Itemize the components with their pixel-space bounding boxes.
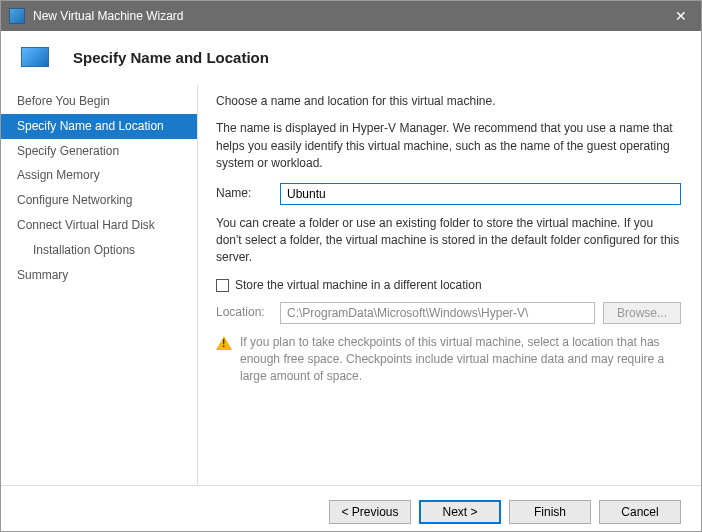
titlebar: New Virtual Machine Wizard ✕	[1, 1, 701, 31]
wizard-steps: Before You Begin Specify Name and Locati…	[1, 85, 197, 485]
warning-text: If you plan to take checkpoints of this …	[240, 334, 681, 384]
step-specify-name-location[interactable]: Specify Name and Location	[1, 114, 197, 139]
name-input[interactable]	[280, 183, 681, 205]
name-label: Name:	[216, 185, 280, 202]
location-label: Location:	[216, 304, 280, 321]
wizard-footer: < Previous Next > Finish Cancel	[1, 485, 701, 532]
finish-button[interactable]: Finish	[509, 500, 591, 524]
step-specify-generation[interactable]: Specify Generation	[1, 139, 197, 164]
step-connect-vhd[interactable]: Connect Virtual Hard Disk	[1, 213, 197, 238]
app-icon	[9, 8, 25, 24]
description-text: The name is displayed in Hyper-V Manager…	[216, 120, 681, 172]
previous-button[interactable]: < Previous	[329, 500, 411, 524]
wizard-icon	[21, 47, 49, 67]
next-button[interactable]: Next >	[419, 500, 501, 524]
step-assign-memory[interactable]: Assign Memory	[1, 163, 197, 188]
cancel-button[interactable]: Cancel	[599, 500, 681, 524]
folder-description: You can create a folder or use an existi…	[216, 215, 681, 267]
wizard-header: Specify Name and Location	[1, 31, 701, 85]
step-configure-networking[interactable]: Configure Networking	[1, 188, 197, 213]
intro-text: Choose a name and location for this virt…	[216, 93, 681, 110]
step-summary[interactable]: Summary	[1, 263, 197, 288]
location-input	[280, 302, 595, 324]
window-title: New Virtual Machine Wizard	[33, 9, 661, 23]
wizard-content: Choose a name and location for this virt…	[197, 85, 701, 485]
store-checkbox-label: Store the virtual machine in a different…	[235, 277, 482, 294]
step-before-you-begin[interactable]: Before You Begin	[1, 89, 197, 114]
browse-button: Browse...	[603, 302, 681, 324]
store-checkbox[interactable]	[216, 279, 229, 292]
warning-block: If you plan to take checkpoints of this …	[216, 334, 681, 384]
page-title: Specify Name and Location	[73, 49, 269, 66]
warning-icon	[216, 336, 232, 350]
step-installation-options[interactable]: Installation Options	[1, 238, 197, 263]
close-button[interactable]: ✕	[661, 1, 701, 31]
store-different-location-row[interactable]: Store the virtual machine in a different…	[216, 277, 681, 294]
